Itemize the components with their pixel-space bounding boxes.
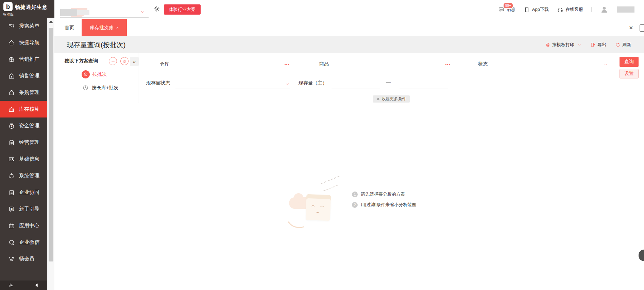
header-gear-icon[interactable]	[153, 5, 160, 13]
svg-text:新: 新	[10, 207, 13, 210]
status-label: 状态	[478, 60, 488, 67]
app-download-label: App下载	[532, 6, 549, 13]
sidebar-item-quick-nav[interactable]: 快捷导航	[0, 34, 47, 51]
scheme-item-by-warehouse-batch[interactable]: 按仓库+批次	[82, 85, 118, 91]
messages-button[interactable]: 消息 99+	[498, 6, 515, 13]
sidebar-item-purchase[interactable]: 采购管理	[0, 84, 47, 101]
query-button[interactable]: 查询	[620, 57, 639, 67]
stock-status-select[interactable]	[175, 74, 290, 89]
experience-solution-button[interactable]: 体验行业方案	[164, 4, 201, 15]
sidebar-item-marketing[interactable]: 营销推广	[0, 51, 47, 68]
search-icon	[8, 23, 15, 30]
sidebar-item-wechat-work[interactable]: 企业微信	[0, 234, 47, 251]
brand-logo-block: b 畅捷通好生意 标准版	[0, 0, 54, 18]
refresh-button[interactable]: 刷新	[615, 42, 631, 48]
print-by-template-button[interactable]: 按模板打印	[545, 42, 581, 48]
goods-label: 商品	[319, 60, 329, 67]
chevron-down-icon	[577, 43, 581, 47]
org-selector[interactable]	[60, 0, 157, 18]
sidebar-item-label: 新手引导	[19, 206, 39, 212]
warehouse-input[interactable]: ⋯	[175, 54, 290, 69]
sidebar-item-collaboration[interactable]: 企业协同	[0, 184, 47, 201]
sidebar-item-funds[interactable]: ¥ 资金管理	[0, 117, 47, 134]
step-1-text: 请先选择要分析的方案	[361, 191, 405, 197]
shopping-bag-icon	[8, 89, 15, 96]
scheme-panel-title: 按以下方案查询	[65, 58, 98, 64]
redacted-user-name	[617, 6, 634, 13]
sidebar-item-operations[interactable]: 经营管理	[0, 134, 47, 151]
collapse-more-filters-button[interactable]: 收起更多条件	[373, 95, 410, 103]
floating-widget-handle[interactable]	[639, 250, 644, 261]
chevron-down-icon[interactable]	[603, 62, 608, 67]
sidebar-item-inventory[interactable]: 库存核算	[0, 101, 47, 117]
sidebar-item-label: 畅会员	[19, 256, 34, 262]
tab-close-icon[interactable]: ×	[116, 25, 119, 30]
sidebar-item-label: 系统管理	[19, 173, 39, 179]
sidebar-item-sales[interactable]: $ 销售管理	[0, 68, 47, 84]
messages-badge: 99+	[503, 2, 513, 9]
sidebar-item-system[interactable]: 系统管理	[0, 167, 47, 184]
goods-input[interactable]: ⋯	[334, 54, 451, 69]
illus-dashes	[321, 176, 340, 184]
sidebar-item-search-menu[interactable]: 搜索菜单	[0, 18, 47, 34]
query-actions: 查询 设置	[620, 57, 639, 78]
step-2-badge: 2	[352, 202, 358, 208]
brand-logo-icon: b	[3, 2, 13, 11]
sidebar-scrollbar	[47, 18, 54, 290]
gear-icon	[122, 59, 127, 64]
collapse-more-label: 收起更多条件	[382, 96, 406, 102]
status-select[interactable]	[492, 54, 609, 69]
stock-qty-max-input[interactable]	[400, 74, 448, 89]
tab-home[interactable]: 首页	[65, 19, 74, 36]
ellipsis-picker-icon[interactable]: ⋯	[284, 61, 290, 68]
user-avatar[interactable]	[600, 5, 609, 14]
double-chevron-up-icon	[376, 97, 380, 101]
empty-state-illustration	[289, 176, 349, 228]
settings-button[interactable]: 设置	[620, 69, 639, 78]
collapse-panel-button[interactable]: «	[130, 57, 139, 66]
scroll-up-arrow[interactable]	[49, 20, 53, 23]
page-title: 现存量查询(按批次)	[67, 40, 125, 50]
brand-name: 畅捷通好生意	[15, 4, 48, 11]
money-bag-icon: ¥	[8, 123, 15, 129]
tv-smiley-icon	[8, 222, 15, 229]
close-panel-icon[interactable]: ✕	[629, 19, 633, 36]
sidebar-item-base-info[interactable]: 基础信息	[0, 151, 47, 167]
settings-gear-icon[interactable]	[8, 283, 14, 288]
tab-list-toggle-icon[interactable]	[640, 24, 644, 32]
sidebar-item-member[interactable]: 畅会员	[0, 251, 47, 267]
redacted-org-name-2	[77, 10, 89, 15]
double-chevron-left-icon: «	[133, 59, 136, 65]
plus-icon	[111, 59, 115, 64]
sidebar-item-app-center[interactable]: 应用中心	[0, 217, 47, 234]
title-toolbar: 按模板打印 导出 刷新	[545, 42, 631, 48]
refresh-icon	[615, 42, 621, 48]
scheme-item-label: 按批次	[92, 71, 107, 77]
chevron-down-icon[interactable]	[285, 82, 290, 87]
sidebar-item-label: 企业协同	[19, 189, 39, 196]
sidebar-collapse-icon[interactable]	[34, 283, 39, 288]
cube-icon	[82, 70, 90, 78]
scheme-item-label: 按仓库+批次	[92, 85, 118, 91]
scheme-item-by-batch[interactable]: 按批次	[82, 70, 107, 78]
step-1-badge: 1	[352, 192, 358, 197]
refresh-label: 刷新	[622, 42, 631, 48]
export-button[interactable]: 导出	[590, 42, 606, 48]
sidebar-footer	[0, 280, 47, 290]
step-row-1: 1 请先选择要分析的方案	[352, 191, 416, 197]
online-service-button[interactable]: 在线客服	[557, 6, 583, 13]
tab-inventory-batch[interactable]: 库存批次账 ×	[82, 19, 127, 36]
ellipsis-picker-icon[interactable]: ⋯	[445, 61, 451, 68]
app-download-button[interactable]: App下载	[524, 6, 549, 13]
sidebar-item-label: 资金管理	[19, 123, 39, 129]
sidebar-item-label: 应用中心	[19, 222, 39, 229]
scrollbar-thumb[interactable]	[49, 28, 53, 261]
stock-qty-min-input[interactable]	[332, 74, 380, 89]
scheme-settings-button[interactable]	[120, 57, 129, 65]
header-right-group: 消息 99+ App下载 在线客服	[498, 0, 634, 19]
online-service-label: 在线客服	[565, 6, 583, 13]
sidebar: 搜索菜单 快捷导航 营销推广 $ 销售管理 采购管理 库存核算 ¥ 资金管理 经…	[0, 18, 47, 280]
brand-edition-badge: 标准版	[3, 12, 14, 17]
sidebar-item-beginner-guide[interactable]: 新 新手引导	[0, 201, 47, 217]
add-scheme-button[interactable]	[109, 57, 117, 65]
